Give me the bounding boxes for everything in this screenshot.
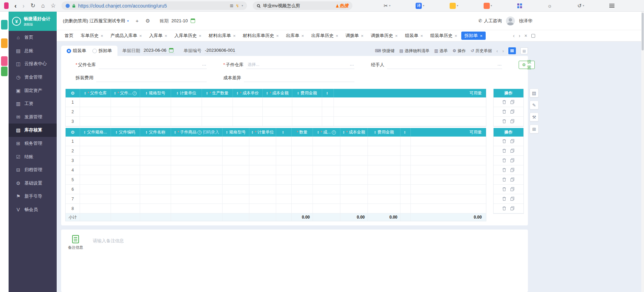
copy-row-icon[interactable]: [510, 187, 515, 191]
toolbar-action[interactable]: ▤ 选择物料清单: [399, 48, 429, 54]
doc-type-radio[interactable]: 拆卸单: [92, 48, 112, 54]
grid-cell[interactable]: [400, 175, 411, 184]
user-avatar[interactable]: [506, 16, 515, 25]
grid-cell[interactable]: [140, 97, 171, 107]
grid-cell[interactable]: [411, 204, 486, 213]
grid-cell[interactable]: [322, 107, 334, 116]
tab-close-icon[interactable]: ×: [101, 34, 103, 38]
sidebar-item[interactable]: ▧ 库存核算: [9, 124, 57, 137]
search-text[interactable]: 毕业mv视频怎么剪: [263, 3, 333, 9]
grid-cell[interactable]: [111, 146, 140, 155]
grid-cell[interactable]: [313, 185, 340, 194]
column-settings-button[interactable]: ⚙: [66, 128, 80, 137]
delete-row-icon[interactable]: [502, 158, 506, 163]
sort-icon[interactable]: ▲▼: [115, 131, 117, 134]
grid-cell[interactable]: [263, 97, 292, 107]
dock-icon-green[interactable]: [1, 67, 8, 76]
grid-cell[interactable]: [171, 194, 223, 203]
grid-cell[interactable]: [223, 146, 249, 155]
delete-row-icon[interactable]: [502, 139, 506, 143]
support-link[interactable]: ✆ 人工咨询: [478, 18, 502, 24]
grid-cell[interactable]: [276, 165, 292, 175]
grid-cell[interactable]: [334, 107, 486, 116]
grid-cell[interactable]: [368, 175, 400, 184]
screenshot-scissors-button[interactable]: ✂▾: [384, 3, 391, 9]
grid-cell[interactable]: [223, 194, 249, 203]
sort-icon[interactable]: ▲▼: [114, 92, 116, 95]
column-header[interactable]: ▲▼ * 成本金额 ?: [263, 89, 292, 97]
grid-cell[interactable]: [223, 204, 249, 213]
more-icon[interactable]: ⋯: [497, 63, 501, 68]
tab-close-icon[interactable]: ×: [455, 34, 457, 38]
grid-cell[interactable]: [276, 204, 292, 213]
copy-row-icon[interactable]: [510, 149, 515, 153]
grid-cell[interactable]: [140, 137, 171, 146]
column-header[interactable]: ▲▼ * ?: [400, 128, 411, 137]
grid-cell[interactable]: [223, 175, 249, 184]
grid-cell[interactable]: [80, 194, 111, 203]
grid-view-toggle[interactable]: ▤: [520, 47, 528, 54]
grid-cell[interactable]: [276, 175, 292, 184]
sort-icon[interactable]: ▲▼: [236, 92, 238, 95]
tabs-scroll-left-icon[interactable]: ‹: [513, 33, 515, 38]
info-icon[interactable]: ?: [332, 130, 336, 135]
sort-icon[interactable]: ▲▼: [206, 92, 208, 95]
sort-icon[interactable]: ▲▼: [84, 92, 86, 95]
grid-cell[interactable]: [400, 185, 411, 194]
sidebar-item[interactable]: ⊞ 税务管理: [9, 137, 57, 150]
column-header[interactable]: ▲▼ * ?: [322, 89, 334, 97]
sidebar-item[interactable]: Ⅴ 畅会员: [9, 203, 57, 217]
sidebar-item[interactable]: ⚑ 新手引导: [9, 190, 57, 203]
grid-cell[interactable]: [171, 185, 223, 194]
copy-row-icon[interactable]: [510, 100, 515, 104]
document-tab[interactable]: 出库单 ×: [283, 32, 307, 40]
grid-cell[interactable]: [249, 165, 276, 175]
sort-icon[interactable]: ▲▼: [146, 131, 148, 134]
grid-cell[interactable]: [171, 156, 223, 165]
document-tab[interactable]: 车单历史 ×: [78, 32, 106, 40]
dock-icon-pink[interactable]: [1, 56, 8, 66]
document-tab[interactable]: 材料出库单历史 ×: [240, 32, 282, 40]
grid-cell[interactable]: [249, 185, 276, 194]
grid-cell[interactable]: [140, 175, 171, 184]
tab-close-icon[interactable]: ×: [480, 34, 483, 38]
column-header[interactable]: ▲▼ * 费用金额 ?: [292, 89, 322, 97]
sort-icon[interactable]: ▲▼: [343, 131, 345, 134]
grid-cell[interactable]: [233, 117, 263, 126]
theme-button[interactable]: ☼: [547, 3, 552, 9]
grid-cell[interactable]: [80, 204, 111, 213]
grid-cell[interactable]: [368, 137, 400, 146]
tabs-scroll-right-icon[interactable]: ›: [519, 33, 520, 38]
document-tab[interactable]: 组装单历史 ×: [427, 32, 461, 40]
grid-cell[interactable]: [111, 185, 140, 194]
column-header[interactable]: ▲▼ * 数量 ?: [292, 128, 313, 137]
delete-row-icon[interactable]: [502, 119, 506, 124]
tab-close-icon[interactable]: ×: [139, 34, 142, 38]
grid-cell[interactable]: [411, 175, 486, 184]
grid-cell[interactable]: [171, 137, 223, 146]
column-header[interactable]: ▲▼ * 成... ?: [313, 128, 340, 137]
doc-date-input[interactable]: 2023-06-06: [143, 48, 175, 54]
grid-cell[interactable]: [313, 156, 340, 165]
grid-cell[interactable]: [249, 204, 276, 213]
refresh-button[interactable]: ↻: [31, 3, 35, 9]
grid-cell[interactable]: [313, 204, 340, 213]
sort-icon[interactable]: ▲▼: [251, 131, 253, 134]
browser-search[interactable]: 毕业mv视频怎么剪 热搜: [253, 1, 352, 10]
grid-cell[interactable]: [411, 165, 486, 175]
copy-row-icon[interactable]: [510, 119, 515, 124]
tab-close-icon[interactable]: ×: [199, 34, 202, 38]
grid-cell[interactable]: [249, 194, 276, 203]
sort-icon[interactable]: ▲▼: [266, 92, 268, 95]
grid-cell[interactable]: [80, 107, 111, 116]
grid-cell[interactable]: [276, 156, 292, 165]
grid-cell[interactable]: [334, 117, 486, 126]
remarks-input[interactable]: 请输入备注信息: [93, 235, 124, 244]
side-tool-button[interactable]: ✎: [530, 101, 539, 109]
grid-cell[interactable]: [140, 156, 171, 165]
sort-icon[interactable]: ▲▼: [174, 131, 176, 134]
grid-cell[interactable]: [80, 165, 111, 175]
grid-cell[interactable]: [263, 117, 292, 126]
form-input[interactable]: ⋯: [387, 61, 502, 69]
delete-row-icon[interactable]: [502, 177, 506, 182]
